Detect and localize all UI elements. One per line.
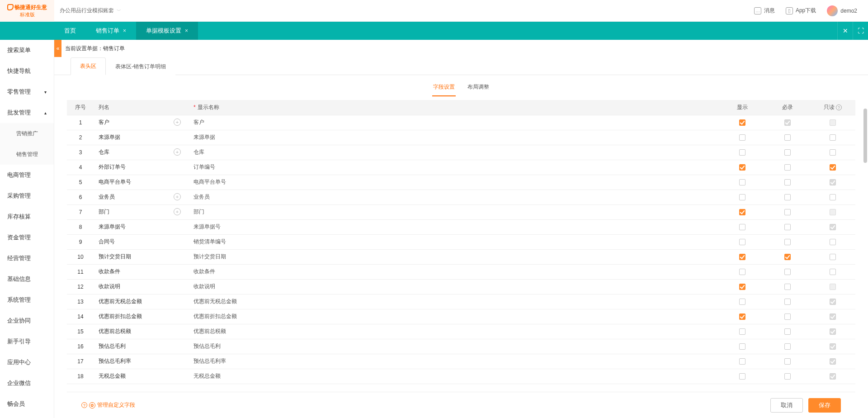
checkbox[interactable] <box>784 194 791 200</box>
checkbox[interactable] <box>784 269 791 275</box>
messages-button[interactable]: … 消息 <box>754 7 775 14</box>
sidebar-item-企业微信[interactable]: 企业微信 <box>0 373 54 394</box>
add-icon[interactable]: + <box>174 208 181 215</box>
add-icon[interactable]: + <box>174 148 181 156</box>
fullscreen-button[interactable]: ⛶ <box>853 22 868 40</box>
tab-首页[interactable]: 首页 <box>54 22 86 40</box>
checkbox[interactable] <box>784 373 791 380</box>
sidebar-item-快捷导航[interactable]: 快捷导航 <box>0 61 54 81</box>
cell-display-name[interactable]: 预估总毛利率 <box>189 354 720 369</box>
sidebar-item-批发管理[interactable]: 批发管理▴ <box>0 102 54 123</box>
checkbox[interactable] <box>739 328 745 335</box>
close-all-tabs-button[interactable]: ✕ <box>837 22 853 40</box>
checkbox[interactable] <box>784 284 791 290</box>
checkbox[interactable] <box>739 224 745 230</box>
checkbox[interactable] <box>739 284 745 290</box>
checkbox[interactable] <box>739 314 745 320</box>
cell-display-name[interactable]: 收款说明 <box>189 279 720 294</box>
cell-display-name[interactable]: 业务员 <box>189 190 720 204</box>
save-button[interactable]: 保存 <box>808 398 841 413</box>
checkbox[interactable] <box>739 179 745 185</box>
cell-display-name[interactable]: 仓库 <box>189 145 720 160</box>
checkbox[interactable] <box>739 209 745 215</box>
collapse-handle[interactable]: « <box>54 40 61 57</box>
cancel-button[interactable]: 取消 <box>770 398 803 413</box>
cell-display-name[interactable]: 来源单据 <box>189 130 720 145</box>
checkbox[interactable] <box>784 239 791 245</box>
checkbox[interactable] <box>739 134 745 141</box>
add-icon[interactable]: + <box>174 119 181 126</box>
checkbox[interactable] <box>739 358 745 365</box>
checkbox[interactable] <box>784 299 791 305</box>
checkbox[interactable] <box>739 299 745 305</box>
checkbox[interactable] <box>739 343 745 350</box>
sidebar-item-应用中心[interactable]: 应用中心 <box>0 352 54 373</box>
checkbox[interactable] <box>739 149 745 156</box>
account-select[interactable]: 办公用品行业模拟账套 ﹀ <box>60 7 121 14</box>
checkbox[interactable] <box>784 179 791 185</box>
checkbox[interactable] <box>830 149 836 156</box>
checkbox[interactable] <box>784 149 791 156</box>
sidebar-item-基础信息[interactable]: 基础信息 <box>0 269 54 290</box>
sidebar-item-零售管理[interactable]: 零售管理▾ <box>0 81 54 102</box>
checkbox[interactable] <box>784 314 791 320</box>
sidebar-item-库存核算[interactable]: 库存核算 <box>0 206 54 227</box>
manage-custom-fields-link[interactable]: ? ✿ 管理自定义字段 <box>81 401 135 409</box>
sidebar-item-企业协同[interactable]: 企业协同 <box>0 310 54 331</box>
checkbox[interactable] <box>830 254 836 260</box>
sidebar-subitem-销售管理[interactable]: 销售管理 <box>0 144 54 165</box>
app-download-button[interactable]: ▯ App下载 <box>786 7 816 14</box>
cell-display-name[interactable]: 来源单据号 <box>189 219 720 234</box>
cell-display-name[interactable]: 无税总金额 <box>189 369 720 384</box>
cell-display-name[interactable]: 收款条件 <box>189 264 720 279</box>
tab-销售订单[interactable]: 销售订单× <box>86 22 136 40</box>
cell-display-name[interactable]: 电商平台单号 <box>189 175 720 190</box>
checkbox[interactable] <box>739 373 745 380</box>
cell-display-name[interactable]: 销货清单编号 <box>189 234 720 249</box>
cell-display-name[interactable]: 优惠前无税总金额 <box>189 294 720 309</box>
cell-display-name[interactable]: 部门 <box>189 204 720 219</box>
checkbox[interactable] <box>739 119 745 126</box>
checkbox[interactable] <box>830 194 836 200</box>
scrollbar-thumb[interactable] <box>863 109 867 163</box>
help-icon[interactable]: ? <box>836 104 842 110</box>
inner-tab-表体区-销售订单明细[interactable]: 表体区-销售订单明细 <box>106 58 175 75</box>
cell-display-name[interactable]: 优惠前总税额 <box>189 324 720 339</box>
sidebar-item-电商管理[interactable]: 电商管理 <box>0 165 54 185</box>
sub-tab-布局调整[interactable]: 布局调整 <box>467 81 490 96</box>
checkbox[interactable] <box>739 164 745 171</box>
checkbox[interactable] <box>739 239 745 245</box>
checkbox[interactable] <box>784 343 791 350</box>
checkbox[interactable] <box>739 254 745 260</box>
user-menu[interactable]: demo2 <box>827 5 857 16</box>
checkbox[interactable] <box>784 254 791 260</box>
checkbox[interactable] <box>784 358 791 365</box>
sidebar-subitem-营销推广[interactable]: 营销推广 <box>0 123 54 144</box>
checkbox[interactable] <box>784 134 791 141</box>
checkbox[interactable] <box>830 239 836 245</box>
cell-display-name[interactable]: 客户 <box>189 115 720 130</box>
close-icon[interactable]: × <box>123 28 126 34</box>
cell-display-name[interactable]: 订单编号 <box>189 160 720 175</box>
cell-display-name[interactable]: 预估总毛利 <box>189 339 720 354</box>
sidebar-item-系统管理[interactable]: 系统管理 <box>0 290 54 310</box>
sub-tab-字段设置[interactable]: 字段设置 <box>432 81 456 96</box>
fields-table-wrap[interactable]: 序号 列名 *显示名称 显示 必录 只读? 1客户+客户2来源单据来源单据3仓库… <box>54 100 868 392</box>
checkbox[interactable] <box>739 269 745 275</box>
close-icon[interactable]: × <box>185 28 188 34</box>
tab-单据模板设置[interactable]: 单据模板设置× <box>136 22 198 40</box>
cell-display-name[interactable]: 预计交货日期 <box>189 249 720 264</box>
checkbox[interactable] <box>830 269 836 275</box>
sidebar-item-畅会员[interactable]: 畅会员 <box>0 394 54 414</box>
add-icon[interactable]: + <box>174 193 181 200</box>
checkbox[interactable] <box>739 194 745 200</box>
checkbox[interactable] <box>784 164 791 171</box>
checkbox[interactable] <box>784 209 791 215</box>
sidebar-item-资金管理[interactable]: 资金管理 <box>0 227 54 248</box>
sidebar-item-新手引导[interactable]: 新手引导 <box>0 331 54 352</box>
checkbox[interactable] <box>784 328 791 335</box>
checkbox[interactable] <box>784 224 791 230</box>
cell-display-name[interactable]: 优惠前折扣总金额 <box>189 309 720 324</box>
inner-tab-表头区[interactable]: 表头区 <box>71 57 106 75</box>
sidebar-item-经营管理[interactable]: 经营管理 <box>0 248 54 269</box>
